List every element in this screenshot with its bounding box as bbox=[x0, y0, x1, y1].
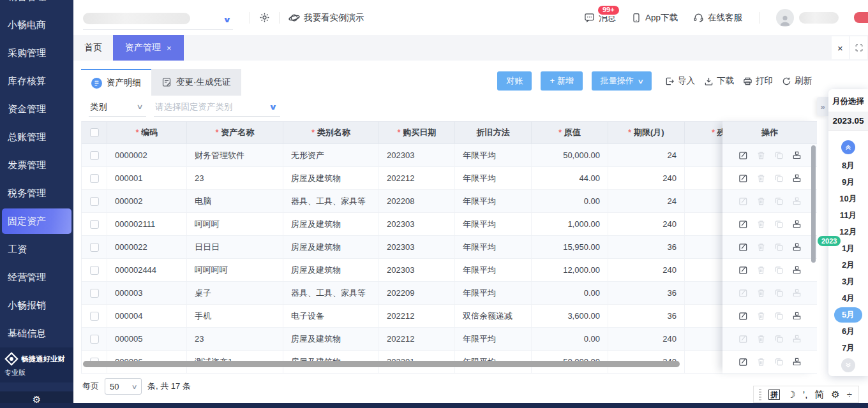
tab-home[interactable]: 首页 bbox=[73, 35, 113, 61]
copy-icon[interactable] bbox=[774, 334, 784, 344]
month-item-6月[interactable]: 6月 bbox=[834, 323, 862, 340]
card-print-icon[interactable] bbox=[792, 196, 802, 206]
user-account[interactable] bbox=[776, 9, 839, 27]
ime-item-2[interactable]: ’, bbox=[803, 390, 808, 399]
sidebar-item-6[interactable]: 发票管理 bbox=[0, 151, 73, 179]
month-item-9月[interactable]: 9月 bbox=[834, 174, 862, 191]
add-button[interactable]: + 新增 bbox=[541, 71, 582, 91]
table-row[interactable]: 000003桌子器具、工具、家具等202209年限平均0.0036 bbox=[82, 282, 761, 305]
sidebar-item-1[interactable]: 小畅电商 bbox=[0, 11, 73, 39]
collapse-month-panel-button[interactable]: » bbox=[817, 97, 828, 116]
ime-item-1[interactable]: ☽ bbox=[787, 390, 795, 399]
sidebar-item-5[interactable]: 总账管理 bbox=[0, 123, 73, 151]
delete-icon[interactable] bbox=[756, 242, 766, 252]
row-checkbox[interactable] bbox=[90, 197, 99, 206]
scroll-months-up-button[interactable] bbox=[841, 140, 855, 154]
category-field-select[interactable]: 类别 ∨ bbox=[89, 98, 146, 117]
table-row[interactable]: 0000022日日日房屋及建筑物202303年限平均15,950.0036 bbox=[82, 236, 761, 259]
row-checkbox[interactable] bbox=[90, 174, 99, 183]
card-print-icon[interactable] bbox=[792, 288, 802, 298]
delete-icon[interactable] bbox=[756, 150, 766, 160]
copy-icon[interactable] bbox=[774, 265, 784, 275]
print-button[interactable]: 打印 bbox=[743, 75, 773, 87]
vertical-scrollbar[interactable] bbox=[811, 145, 816, 263]
edit-icon[interactable] bbox=[738, 173, 748, 183]
subtab-change-voucher[interactable]: 变更·生成凭证 bbox=[151, 69, 241, 96]
sidebar-item-9[interactable]: 工资 bbox=[0, 235, 73, 263]
copy-icon[interactable] bbox=[774, 219, 784, 229]
card-print-icon[interactable] bbox=[792, 173, 802, 183]
copy-icon[interactable] bbox=[774, 242, 784, 252]
delete-icon[interactable] bbox=[756, 288, 766, 298]
ime-item-5[interactable]: ÷ bbox=[847, 390, 852, 399]
copy-icon[interactable] bbox=[774, 196, 784, 206]
month-item-10月[interactable]: 10月 bbox=[834, 191, 862, 207]
table-row[interactable]: 00000123房屋及建筑物202212年限平均44.00240 bbox=[82, 167, 761, 190]
ime-item-3[interactable]: 简 bbox=[814, 390, 824, 399]
month-item-7月[interactable]: 7月 bbox=[834, 340, 862, 356]
row-checkbox[interactable] bbox=[90, 266, 99, 275]
row-checkbox[interactable] bbox=[90, 289, 99, 298]
month-item-3月[interactable]: 3月 bbox=[834, 273, 862, 290]
copy-icon[interactable] bbox=[774, 150, 784, 160]
select-all-checkbox[interactable] bbox=[90, 128, 99, 137]
delete-icon[interactable] bbox=[756, 357, 766, 367]
table-row[interactable]: 000002111呵呵呵房屋及建筑物202303年限平均1,000.00240 bbox=[82, 213, 761, 236]
month-item-11月[interactable]: 11月 bbox=[834, 207, 862, 224]
subtab-asset-detail[interactable]: 资产明细 bbox=[81, 69, 151, 96]
delete-icon[interactable] bbox=[756, 334, 766, 344]
table-row[interactable]: 000004手机电子设备202212双倍余额递减3,600.0036 bbox=[82, 305, 761, 328]
copy-icon[interactable] bbox=[774, 311, 784, 321]
per-page-select[interactable]: 50 ∨ bbox=[105, 378, 142, 395]
ime-item-0[interactable]: 拼 bbox=[768, 390, 780, 400]
import-button[interactable]: 导入 bbox=[665, 75, 695, 87]
sidebar-item-12[interactable]: 基础信息 bbox=[0, 319, 73, 347]
table-row[interactable]: 000002电脑器具、工具、家具等202208年限平均0.0024 bbox=[82, 190, 761, 213]
edit-icon[interactable] bbox=[738, 311, 748, 321]
row-checkbox[interactable] bbox=[90, 220, 99, 229]
sidebar-item-7[interactable]: 税务管理 bbox=[0, 179, 73, 207]
row-checkbox[interactable] bbox=[90, 151, 99, 160]
copy-icon[interactable] bbox=[774, 288, 784, 298]
online-service-button[interactable]: 在线客服 bbox=[693, 12, 742, 24]
close-all-button[interactable]: × bbox=[832, 36, 849, 59]
reconcile-button[interactable]: 对账 bbox=[497, 71, 532, 91]
month-item-4月[interactable]: 4月 bbox=[834, 290, 862, 307]
messages-button[interactable]: 消息 99+ bbox=[584, 12, 616, 24]
fullscreen-button[interactable] bbox=[850, 36, 867, 59]
category-value-select[interactable]: 请选择固定资产类别 ∨ bbox=[154, 98, 280, 117]
month-item-8月[interactable]: 8月 bbox=[834, 157, 862, 174]
delete-icon[interactable] bbox=[756, 219, 766, 229]
copy-icon[interactable] bbox=[774, 357, 784, 367]
table-row[interactable]: 000002444呵呵呵呵房屋及建筑物202303年限平均12,000.0024… bbox=[82, 259, 761, 282]
card-print-icon[interactable] bbox=[792, 311, 802, 321]
edit-icon[interactable] bbox=[738, 357, 748, 367]
delete-icon[interactable] bbox=[756, 265, 766, 275]
tab-asset-management[interactable]: 资产管理 × bbox=[113, 35, 184, 61]
ime-item-4[interactable]: ⚙ bbox=[831, 390, 839, 399]
sidebar-item-10[interactable]: 经营管理 bbox=[0, 263, 73, 291]
month-item-5月[interactable]: 5月 bbox=[834, 307, 862, 323]
batch-actions-button[interactable]: 批量操作 ∨ bbox=[592, 71, 652, 91]
table-row[interactable]: 0000002财务管理软件无形资产202303年限平均50,000.0024 bbox=[82, 144, 761, 167]
sidebar-item-4[interactable]: 资金管理 bbox=[0, 95, 73, 123]
scroll-months-down-button[interactable] bbox=[841, 358, 855, 372]
horizontal-scrollbar[interactable] bbox=[83, 361, 680, 367]
company-select[interactable]: ∨ bbox=[83, 6, 233, 30]
edit-icon[interactable] bbox=[738, 150, 748, 160]
demo-link[interactable]: 我要看实例演示 bbox=[288, 12, 364, 24]
sidebar-item-2[interactable]: 采购管理 bbox=[0, 39, 73, 67]
delete-icon[interactable] bbox=[756, 173, 766, 183]
row-checkbox[interactable] bbox=[90, 335, 99, 344]
sidebar-item-11[interactable]: 小畅报销 bbox=[0, 291, 73, 319]
edit-icon[interactable] bbox=[738, 196, 748, 206]
month-item-2月[interactable]: 2月 bbox=[834, 257, 862, 273]
card-print-icon[interactable] bbox=[792, 150, 802, 160]
row-checkbox[interactable] bbox=[90, 312, 99, 321]
refresh-button[interactable]: 刷新 bbox=[782, 75, 812, 87]
edit-icon[interactable] bbox=[738, 265, 748, 275]
row-checkbox[interactable] bbox=[90, 243, 99, 252]
sidebar-item-0[interactable]: 销售管理▾ bbox=[0, 0, 73, 11]
copy-icon[interactable] bbox=[774, 173, 784, 183]
card-print-icon[interactable] bbox=[792, 242, 802, 252]
